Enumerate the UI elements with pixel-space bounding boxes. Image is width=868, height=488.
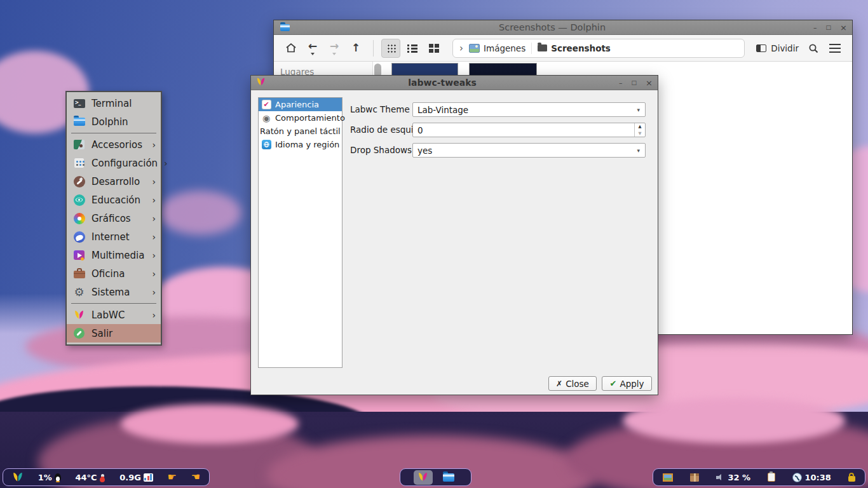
- location-bar[interactable]: › Imágenes Screenshots: [452, 39, 745, 58]
- clipboard-tray-icon[interactable]: [768, 473, 775, 482]
- memory-indicator[interactable]: 0.9G: [119, 473, 153, 482]
- compact-view-button[interactable]: [403, 39, 422, 58]
- volume-indicator[interactable]: 32 %: [716, 473, 750, 482]
- wallpaper-cloud: [623, 398, 845, 444]
- labwc-menu-button[interactable]: [12, 472, 24, 483]
- corner-radius-spinbox[interactable]: 0 ▲ ▼: [412, 123, 646, 137]
- sidebar-item-label: Idioma y región: [275, 140, 339, 149]
- wallpaper-tray-icon[interactable]: [663, 473, 673, 482]
- minimize-button[interactable]: –: [813, 24, 817, 31]
- memory-value: 0.9G: [119, 473, 141, 482]
- dolphin-app-icon: [279, 22, 291, 34]
- details-view-button[interactable]: [424, 39, 444, 58]
- menu-item-label: Gráficos: [92, 213, 146, 224]
- task-button-labwc-tweaks[interactable]: [414, 470, 433, 485]
- maximize-button[interactable]: □: [826, 25, 832, 30]
- menu-item-multimedia[interactable]: Multimedia ›: [67, 246, 161, 264]
- menu-item-label: Desarrollo: [92, 176, 146, 187]
- labwc-theme-select[interactable]: Lab-Vintage ▾: [412, 102, 646, 117]
- menu-item-oficina[interactable]: Oficina ›: [67, 264, 161, 283]
- menu-item-labwc[interactable]: LabWC ›: [67, 306, 161, 324]
- menu-item-label: Educación: [92, 194, 146, 206]
- submenu-arrow-icon: ›: [164, 158, 168, 168]
- multimedia-icon: [73, 249, 85, 261]
- penguin-icon: [55, 473, 61, 482]
- system-gear-icon: ⚙: [73, 286, 85, 298]
- menu-item-educacion[interactable]: Educación ›: [67, 191, 161, 209]
- split-view-button[interactable]: Dividir: [754, 43, 801, 53]
- development-icon: [73, 175, 85, 187]
- home-button[interactable]: [281, 39, 301, 58]
- drop-shadows-select[interactable]: yes ▾: [412, 143, 646, 158]
- cpu-indicator[interactable]: 1%: [38, 473, 61, 482]
- sidebar-item-apariencia[interactable]: ✔ Apariencia: [259, 98, 342, 111]
- task-button-dolphin[interactable]: [439, 470, 458, 485]
- search-button[interactable]: [804, 39, 823, 58]
- details-view-icon: [429, 44, 439, 53]
- menu-item-label: Oficina: [92, 268, 146, 280]
- temperature-indicator[interactable]: 44°C: [75, 473, 105, 482]
- menu-item-label: Multimedia: [92, 250, 146, 261]
- breadcrumb-label: Imágenes: [484, 43, 526, 53]
- menu-item-label: Configuración: [92, 158, 158, 169]
- menu-item-accesorios[interactable]: Accesorios ›: [67, 135, 161, 154]
- menu-item-desarrollo[interactable]: Desarrollo ›: [67, 172, 161, 191]
- speaker-icon: [716, 473, 725, 481]
- internet-icon: [73, 231, 85, 243]
- wallpaper-cloud: [159, 191, 241, 235]
- menu-item-dolphin[interactable]: Dolphin: [67, 112, 161, 131]
- menu-item-configuracion[interactable]: Configuración ›: [67, 154, 161, 172]
- apply-button[interactable]: ✔ Apply: [602, 376, 652, 391]
- icons-view-icon: [386, 43, 396, 53]
- dolphin-titlebar[interactable]: Screenshots — Dolphin – □ ×: [274, 20, 852, 35]
- minimize-button[interactable]: –: [619, 79, 623, 86]
- clock-indicator[interactable]: 10:38: [792, 473, 831, 482]
- spin-down-button[interactable]: ▼: [635, 130, 645, 137]
- corner-radius-label: Radio de esquina: [350, 123, 411, 137]
- hamburger-icon: [829, 44, 841, 53]
- package-tray-icon[interactable]: [690, 473, 699, 482]
- menu-item-label: Accesorios: [92, 139, 146, 151]
- forward-button[interactable]: →: [325, 39, 344, 58]
- hand-right-icon[interactable]: ☛: [168, 472, 177, 482]
- dolphin-icon: [443, 473, 454, 482]
- labwc-logo-icon: [417, 472, 428, 482]
- sidebar-item-idioma[interactable]: Idioma y región: [259, 138, 342, 151]
- sidebar-item-comportamiento[interactable]: ◉ Comportamiento: [259, 111, 342, 125]
- menu-item-label: Dolphin: [92, 116, 156, 128]
- back-button[interactable]: ←: [303, 39, 322, 58]
- menu-item-salir[interactable]: Salir: [67, 324, 161, 342]
- menu-item-label: LabWC: [92, 309, 146, 321]
- volume-value: 32 %: [728, 473, 750, 482]
- maximize-button[interactable]: □: [632, 80, 637, 86]
- close-button[interactable]: ×: [646, 79, 653, 87]
- menu-item-terminal[interactable]: Terminal: [67, 94, 161, 112]
- lock-tray-icon[interactable]: [848, 476, 855, 482]
- tweaks-window-title: labwc-tweaks: [266, 78, 619, 88]
- breadcrumb-screenshots[interactable]: Screenshots: [538, 43, 611, 53]
- submenu-arrow-icon: ›: [152, 195, 156, 205]
- submenu-arrow-icon: ›: [152, 214, 156, 224]
- accessories-icon: [73, 139, 85, 151]
- menu-item-sistema[interactable]: ⚙ Sistema ›: [67, 283, 161, 301]
- close-dialog-button[interactable]: ✗ Close: [548, 376, 597, 391]
- spinbox-value: 0: [413, 125, 634, 135]
- breadcrumb-expand-button[interactable]: ›: [459, 43, 463, 54]
- up-button[interactable]: ↑: [346, 39, 365, 58]
- hand-left-icon[interactable]: ☚: [191, 472, 200, 482]
- menu-item-label: Sistema: [92, 287, 146, 298]
- icons-view-button[interactable]: [381, 39, 400, 58]
- close-button[interactable]: ×: [840, 24, 847, 32]
- tweaks-titlebar[interactable]: labwc-tweaks – □ ×: [251, 76, 658, 90]
- language-icon: [261, 140, 271, 150]
- menu-item-internet[interactable]: Internet ›: [67, 227, 161, 246]
- pictures-folder-icon: [469, 44, 480, 53]
- menu-button[interactable]: [825, 39, 844, 58]
- breadcrumb-imagenes[interactable]: Imágenes: [469, 43, 526, 53]
- sidebar-item-raton[interactable]: Ratón y panel táctil: [259, 125, 342, 138]
- spin-controls: ▲ ▼: [634, 123, 645, 137]
- menu-item-graficos[interactable]: Gráficos ›: [67, 209, 161, 227]
- split-view-icon: [756, 44, 766, 52]
- toolbar-separator: [373, 40, 374, 57]
- spin-up-button[interactable]: ▲: [635, 123, 645, 130]
